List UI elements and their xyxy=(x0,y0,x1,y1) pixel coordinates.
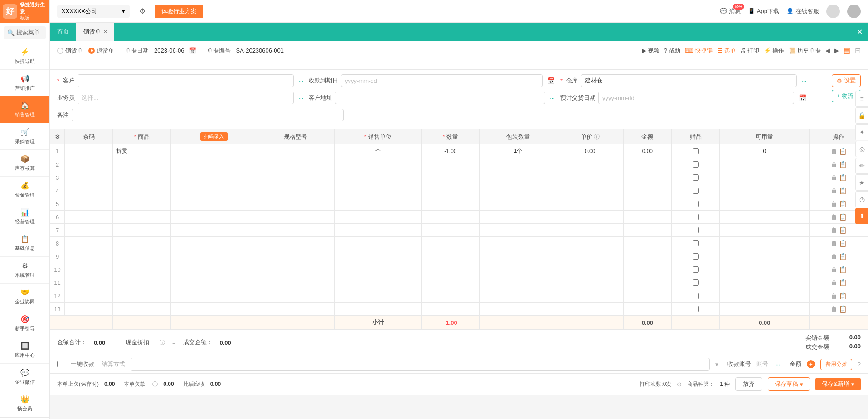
float-edit-icon[interactable]: ✏ xyxy=(855,158,868,174)
float-upload-icon[interactable]: ⬆ xyxy=(855,208,868,224)
sidebar-item-quick-nav[interactable]: ⚡ 快捷导航 xyxy=(0,43,49,70)
tab-home[interactable]: 首页 xyxy=(50,23,76,41)
cell-barcode-2[interactable] xyxy=(65,158,113,171)
delete-row-icon-6[interactable]: 🗑 xyxy=(831,213,837,221)
copy-row-icon-6[interactable]: 📋 xyxy=(839,213,847,221)
cell-spec-8[interactable] xyxy=(257,237,335,250)
price-info-icon[interactable]: ⓘ xyxy=(594,133,600,140)
cell-spec-7[interactable] xyxy=(257,224,335,237)
cell-pack-qty-13[interactable] xyxy=(480,303,557,316)
cell-qty-8[interactable] xyxy=(422,237,480,250)
gift-checkbox-13[interactable] xyxy=(693,306,699,312)
help-btn[interactable]: ? 帮助 xyxy=(664,47,680,55)
cell-unit-price-3[interactable] xyxy=(557,171,623,184)
cell-unit-price-10[interactable] xyxy=(557,263,623,276)
cell-spec-13[interactable] xyxy=(257,303,335,316)
sidebar-item-marketing[interactable]: 📢 营销推广 xyxy=(0,70,49,96)
sidebar-item-collab[interactable]: 🤝 企业协同 xyxy=(0,284,49,310)
abandon-button[interactable]: 放弃 xyxy=(735,377,762,391)
cell-spec-10[interactable] xyxy=(257,263,335,276)
app-download-button[interactable]: 📱 App下载 xyxy=(748,7,779,15)
cell-qty-11[interactable] xyxy=(422,276,480,289)
search-menu-button[interactable]: 🔍 搜索菜单 xyxy=(4,26,46,39)
cell-barcode-10[interactable] xyxy=(65,263,113,276)
add-payment-button[interactable]: + xyxy=(807,360,815,368)
copy-row-icon-12[interactable]: 📋 xyxy=(839,292,847,299)
radio-return-order[interactable]: 退货单 xyxy=(88,47,114,55)
cell-spec-5[interactable] xyxy=(257,197,335,211)
cell-barcode-4[interactable] xyxy=(65,184,113,197)
copy-row-icon-2[interactable]: 📋 xyxy=(839,161,847,168)
gift-checkbox-12[interactable] xyxy=(693,293,699,299)
delete-row-icon-12[interactable]: 🗑 xyxy=(831,292,837,299)
cell-pack-qty-5[interactable] xyxy=(480,197,557,211)
cell-amount-11[interactable] xyxy=(623,276,671,289)
cell-amount-6[interactable] xyxy=(623,211,671,224)
warehouse-input[interactable]: 建材仓 xyxy=(581,74,797,87)
cell-unit-price-4[interactable] xyxy=(557,184,623,197)
cell-product-11[interactable] xyxy=(113,276,171,289)
cell-unit-price-5[interactable] xyxy=(557,197,623,211)
settings-button[interactable]: ⚙ xyxy=(135,4,150,19)
cell-unit-7[interactable] xyxy=(335,224,422,237)
owe-info-icon[interactable]: ⓘ xyxy=(152,380,158,388)
sidebar-item-basic-info[interactable]: 📋 基础信息 xyxy=(0,230,49,257)
account-more-icon[interactable]: ··· xyxy=(776,361,781,368)
cell-barcode-12[interactable] xyxy=(65,289,113,303)
delete-row-icon-13[interactable]: 🗑 xyxy=(831,305,837,313)
cell-pack-qty-7[interactable] xyxy=(480,224,557,237)
delete-row-icon-11[interactable]: 🗑 xyxy=(831,279,837,286)
cell-gift-5[interactable] xyxy=(672,197,720,211)
cell-unit-price-1[interactable]: 0.00 xyxy=(557,144,623,158)
th-gear[interactable]: ⚙ xyxy=(50,129,65,144)
delete-row-icon-7[interactable]: 🗑 xyxy=(831,226,837,234)
cell-unit-12[interactable] xyxy=(335,289,422,303)
cell-gift-3[interactable] xyxy=(672,171,720,184)
float-clock-icon[interactable]: ◷ xyxy=(855,191,868,207)
copy-row-icon-13[interactable]: 📋 xyxy=(839,305,847,313)
company-selector[interactable]: XXXXXX公司 ▾ xyxy=(57,5,130,18)
print-btn[interactable]: 🖨 打印 xyxy=(740,47,759,55)
cell-qty-2[interactable] xyxy=(422,158,480,171)
cell-amount-13[interactable] xyxy=(623,303,671,316)
cell-barcode-6[interactable] xyxy=(65,211,113,224)
cell-amount-8[interactable] xyxy=(623,237,671,250)
cell-unit-6[interactable] xyxy=(335,211,422,224)
copy-row-icon-8[interactable]: 📋 xyxy=(839,240,847,247)
cell-qty-1[interactable]: -1.00 xyxy=(422,144,480,158)
expected-delivery-calendar-icon[interactable]: 📅 xyxy=(799,94,806,101)
cell-amount-1[interactable]: 0.00 xyxy=(623,144,671,158)
copy-row-icon-9[interactable]: 📋 xyxy=(839,253,847,260)
cell-spec-12[interactable] xyxy=(257,289,335,303)
cell-unit-4[interactable] xyxy=(335,184,422,197)
select-order-btn[interactable]: ☰ 选单 xyxy=(717,47,736,55)
copy-row-icon-1[interactable]: 📋 xyxy=(839,148,847,155)
cell-barcode-3[interactable] xyxy=(65,171,113,184)
cell-product-9[interactable] xyxy=(113,250,171,263)
cell-product-1[interactable]: 拆贡 xyxy=(113,144,171,158)
cell-pack-qty-6[interactable] xyxy=(480,211,557,224)
cell-product-3[interactable] xyxy=(113,171,171,184)
cell-unit-price-2[interactable] xyxy=(557,158,623,171)
cell-product-8[interactable] xyxy=(113,237,171,250)
cell-qty-5[interactable] xyxy=(422,197,480,211)
cell-unit-price-12[interactable] xyxy=(557,289,623,303)
cell-qty-10[interactable] xyxy=(422,263,480,276)
cell-unit-price-11[interactable] xyxy=(557,276,623,289)
cell-amount-5[interactable] xyxy=(623,197,671,211)
th-scan[interactable]: 扫码录入 xyxy=(171,129,257,144)
tab-close-icon[interactable]: × xyxy=(104,29,107,35)
cell-pack-qty-12[interactable] xyxy=(480,289,557,303)
float-circle-icon[interactable]: ◎ xyxy=(855,141,868,157)
cell-pack-qty-11[interactable] xyxy=(480,276,557,289)
settings-button[interactable]: ⚙ 设置 xyxy=(832,74,861,87)
list-view-icon[interactable]: ▤ xyxy=(844,46,850,55)
avatar2[interactable] xyxy=(847,5,861,18)
sidebar-item-operations[interactable]: 📊 经营管理 xyxy=(0,203,49,230)
gift-checkbox-11[interactable] xyxy=(693,279,699,286)
gift-checkbox-5[interactable] xyxy=(693,201,699,207)
save-new-dropdown-icon[interactable]: ▾ xyxy=(851,381,854,388)
sidebar-item-finance[interactable]: 💰 资金管理 xyxy=(0,177,49,203)
copy-row-icon-3[interactable]: 📋 xyxy=(839,174,847,181)
cell-unit-5[interactable] xyxy=(335,197,422,211)
